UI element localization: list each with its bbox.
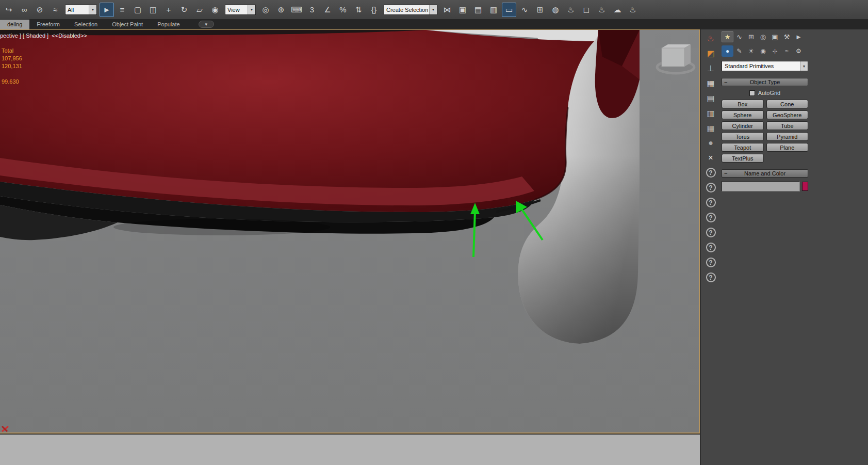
name-color-rollout-header[interactable]: − Name and Color (722, 169, 808, 178)
percent-snap-icon[interactable]: % (336, 3, 350, 17)
object-type-buttons: BoxConeSphereGeoSphereCylinderTubeTorusP… (722, 100, 808, 163)
toggle-layer-explorer-icon[interactable]: ▥ (486, 3, 501, 17)
render-setup-icon[interactable]: ♨ (564, 3, 578, 17)
ribbon-tab-deling[interactable]: deling (0, 20, 29, 29)
object-button-teapot[interactable]: Teapot (722, 143, 764, 152)
edit-named-selection-sets-icon[interactable]: {} (367, 3, 381, 17)
help-icon[interactable]: ? (706, 258, 716, 267)
object-button-box[interactable]: Box (722, 100, 764, 108)
select-and-place-icon[interactable]: ◉ (208, 3, 222, 17)
object-name-input[interactable] (722, 181, 800, 191)
select-and-move-icon[interactable]: + (161, 3, 176, 17)
keyboard-shortcut-override-icon[interactable]: ⌨ (289, 3, 304, 17)
ribbon-tab-object-paint[interactable]: Object Paint (105, 20, 150, 29)
object-button-geosphere[interactable]: GeoSphere (766, 110, 809, 119)
category-lights-icon[interactable]: ☀ (745, 45, 757, 57)
category-systems-icon[interactable]: ⚙ (793, 45, 805, 57)
table-icon[interactable]: ▦ (703, 121, 718, 135)
open-box-icon[interactable]: ◩ (703, 46, 718, 60)
object-button-torus[interactable]: Torus (722, 132, 764, 141)
category-geometry-icon[interactable]: ● (722, 45, 733, 57)
checker-icon[interactable]: ▦ (703, 76, 718, 90)
select-and-link-icon[interactable]: ∞ (17, 3, 31, 17)
object-button-tube[interactable]: Tube (766, 121, 809, 130)
object-button-cone[interactable]: Cone (766, 100, 809, 108)
reference-coordinate-system-dropdown-value: View (227, 7, 248, 13)
material-editor-icon[interactable]: ◍ (548, 3, 563, 17)
bind-to-space-warp-icon[interactable]: ≈ (48, 3, 62, 17)
viewport[interactable]: pective ] [ Shaded ] <<Disabled>> Total … (0, 29, 700, 434)
reference-coordinate-system-dropdown[interactable]: View▼ (225, 5, 256, 15)
schematic-view-icon[interactable]: ⊞ (533, 3, 547, 17)
tab-display-icon[interactable]: ▣ (769, 31, 781, 42)
select-and-rotate-icon[interactable]: ↻ (177, 3, 191, 17)
object-button-pyramid[interactable]: Pyramid (766, 132, 809, 141)
help-icon[interactable]: ? (706, 228, 716, 237)
category-space-warps-icon[interactable]: ≈ (781, 45, 793, 57)
help-icon[interactable]: ? (706, 168, 716, 178)
tab-hierarchy-icon[interactable]: ⊞ (745, 31, 757, 42)
right-panel: ♨◩⊥▦▤▥▦●×???????? ★∿⊞◎▣⚒► ●✎☀◉⊹≈⚙ Standa… (701, 29, 868, 465)
help-icon[interactable]: ? (706, 213, 716, 222)
object-button-cylinder[interactable]: Cylinder (722, 121, 764, 130)
snaps-toggle-3d-icon[interactable]: 3 (305, 3, 319, 17)
unlink-selection-icon[interactable]: ⊘ (32, 3, 47, 17)
dropdown-arrow-icon: ▼ (429, 5, 437, 14)
render-production-icon[interactable]: ♨ (595, 3, 609, 17)
autogrid-checkbox[interactable] (749, 90, 755, 96)
select-and-scale-icon[interactable]: ▱ (192, 3, 207, 17)
tab-modify-icon[interactable]: ∿ (733, 31, 745, 42)
stack-icon[interactable]: ▥ (703, 106, 718, 120)
object-button-plane[interactable]: Plane (766, 143, 809, 152)
ribbon-tab-populate[interactable]: Populate (150, 20, 187, 29)
help-icon[interactable]: ? (706, 198, 716, 207)
render-last-icon[interactable]: ♨ (626, 3, 640, 17)
render-in-cloud-icon[interactable]: ☁ (610, 3, 625, 17)
collapse-icon[interactable]: − (724, 170, 727, 177)
close-icon[interactable]: × (703, 151, 718, 165)
tab-create-icon[interactable]: ★ (722, 31, 733, 42)
category-shapes-icon[interactable]: ✎ (733, 45, 745, 57)
tab-utilities-icon[interactable]: ⚒ (781, 31, 793, 42)
tab-motion-icon[interactable]: ◎ (757, 31, 769, 42)
align-icon[interactable]: ▣ (455, 3, 470, 17)
help-icon[interactable]: ? (706, 272, 716, 282)
help-icon[interactable]: ? (706, 243, 716, 252)
redo-icon[interactable]: ↪ (2, 3, 16, 17)
viewport-3d-scene[interactable] (0, 30, 700, 434)
rectangular-selection-region-icon[interactable]: ▢ (130, 3, 145, 17)
object-color-swatch[interactable] (802, 182, 808, 191)
viewport-label[interactable]: pective ] [ Shaded ] <<Disabled>> (0, 33, 87, 39)
object-button-sphere[interactable]: Sphere (722, 110, 764, 119)
select-object-icon[interactable]: ► (100, 3, 114, 17)
sphere-icon[interactable]: ● (703, 136, 718, 150)
select-and-manipulate-icon[interactable]: ⊕ (274, 3, 288, 17)
layers-icon[interactable]: ▤ (703, 91, 718, 105)
ribbon-tab-freeform[interactable]: Freeform (29, 20, 67, 29)
use-pivot-point-center-icon[interactable]: ◎ (258, 3, 273, 17)
select-by-name-icon[interactable]: ≡ (115, 3, 129, 17)
curve-editor-icon[interactable]: ∿ (517, 3, 532, 17)
ribbon-tab-selection[interactable]: Selection (67, 20, 105, 29)
spinner-snap-icon[interactable]: ⇅ (351, 3, 366, 17)
panel-arrow-icon[interactable]: ► (793, 31, 805, 42)
category-cameras-icon[interactable]: ◉ (757, 45, 769, 57)
object-button-textplus[interactable]: TextPlus (722, 154, 764, 163)
toggle-scene-explorer-icon[interactable]: ▤ (471, 3, 485, 17)
named-selection-set-dropdown[interactable]: Create Selection Se▼ (384, 5, 437, 15)
caliper-icon[interactable]: ⊥ (703, 61, 718, 75)
mirror-icon[interactable]: ⋈ (440, 3, 454, 17)
toggle-ribbon-icon[interactable]: ▭ (502, 3, 516, 17)
object-type-rollout-header[interactable]: − Object Type (722, 78, 808, 86)
angle-snap-icon[interactable]: ∠ (320, 3, 335, 17)
ribbon-menu-button[interactable]: ▼ (199, 21, 214, 28)
help-icon[interactable]: ? (706, 183, 716, 193)
subcategory-dropdown[interactable]: Standard Primitives ▼ (722, 61, 808, 71)
selection-filter-dropdown[interactable]: All▼ (65, 5, 97, 15)
ribbon-tabs: delingFreeformSelectionObject PaintPopul… (0, 20, 214, 29)
rendered-frame-window-icon[interactable]: ◻ (579, 3, 594, 17)
teapot-icon[interactable]: ♨ (703, 31, 718, 45)
window-crossing-icon[interactable]: ◫ (146, 3, 160, 17)
category-helpers-icon[interactable]: ⊹ (769, 45, 781, 57)
collapse-icon[interactable]: − (724, 79, 727, 85)
